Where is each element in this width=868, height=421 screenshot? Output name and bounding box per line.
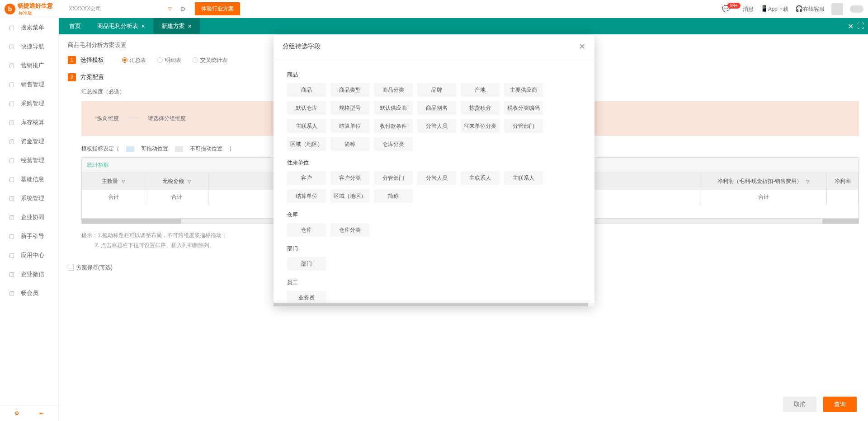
chip-row-0: 商品商品类型商品分类品牌产地主要供应商默认仓库规格型号默认供应商商品别名拣货积分…: [287, 83, 581, 151]
field-chip[interactable]: 商品: [287, 83, 326, 97]
field-chip[interactable]: 收付款条件: [374, 119, 413, 133]
modal-hscroll[interactable]: [274, 303, 594, 306]
group-title-0: 商品: [287, 71, 581, 79]
field-chip[interactable]: 税收分类编码: [504, 101, 543, 115]
field-chip[interactable]: 区域（地区）: [287, 137, 326, 151]
modal-mask: 分组待选字段 ✕ 商品商品商品类型商品分类品牌产地主要供应商默认仓库规格型号默认…: [0, 0, 868, 421]
close-icon[interactable]: ✕: [579, 42, 585, 51]
field-chip[interactable]: 仓库分类: [374, 137, 413, 151]
field-chip[interactable]: 商品类型: [330, 83, 369, 97]
field-chip[interactable]: 商品分类: [374, 83, 413, 97]
modal-body: 商品商品商品类型商品分类品牌产地主要供应商默认仓库规格型号默认供应商商品别名拣货…: [274, 58, 594, 303]
field-chip[interactable]: 仓库: [287, 223, 326, 237]
field-chip[interactable]: 部门: [287, 257, 326, 271]
field-chip[interactable]: 分管人员: [417, 171, 456, 185]
field-chip[interactable]: 默认供应商: [374, 101, 413, 115]
field-chip[interactable]: 结算单位: [330, 119, 369, 133]
field-chip[interactable]: 商品别名: [417, 101, 456, 115]
field-chip[interactable]: 主联系人: [504, 171, 543, 185]
field-chip[interactable]: 往来单位分类: [461, 119, 500, 133]
field-chip[interactable]: 简称: [374, 189, 413, 203]
field-chip[interactable]: 拣货积分: [461, 101, 500, 115]
field-chip[interactable]: 主要供应商: [504, 83, 543, 97]
field-chip[interactable]: 仓库分类: [330, 223, 369, 237]
field-chip[interactable]: 分管人员: [417, 119, 456, 133]
field-chip[interactable]: 分管部门: [374, 171, 413, 185]
hscroll-thumb[interactable]: [274, 303, 588, 306]
modal-title: 分组待选字段: [283, 42, 321, 51]
field-chip[interactable]: 产地: [461, 83, 500, 97]
group-title-2: 仓库: [287, 211, 581, 219]
chip-row-3: 部门: [287, 257, 581, 271]
field-chip[interactable]: 分管部门: [504, 119, 543, 133]
modal-header: 分组待选字段 ✕: [274, 35, 594, 58]
field-chip[interactable]: 区域（地区）: [330, 189, 369, 203]
field-chip[interactable]: 客户: [287, 171, 326, 185]
field-chip[interactable]: 主联系人: [287, 119, 326, 133]
field-chip[interactable]: 客户分类: [330, 171, 369, 185]
field-chip[interactable]: 品牌: [417, 83, 456, 97]
chip-row-1: 客户客户分类分管部门分管人员主联系人主联系人结算单位区域（地区）简称: [287, 171, 581, 203]
field-selector-modal: 分组待选字段 ✕ 商品商品商品类型商品分类品牌产地主要供应商默认仓库规格型号默认…: [274, 35, 594, 306]
field-chip[interactable]: 结算单位: [287, 189, 326, 203]
field-chip[interactable]: 简称: [330, 137, 369, 151]
group-title-4: 员工: [287, 279, 581, 286]
field-chip[interactable]: 默认仓库: [287, 101, 326, 115]
field-chip[interactable]: 主联系人: [461, 171, 500, 185]
group-title-3: 部门: [287, 245, 581, 253]
chip-row-2: 仓库仓库分类: [287, 223, 581, 237]
group-title-1: 往来单位: [287, 159, 581, 167]
field-chip[interactable]: 规格型号: [330, 101, 369, 115]
field-chip[interactable]: 业务员: [287, 291, 326, 303]
chip-row-4: 业务员: [287, 291, 581, 303]
